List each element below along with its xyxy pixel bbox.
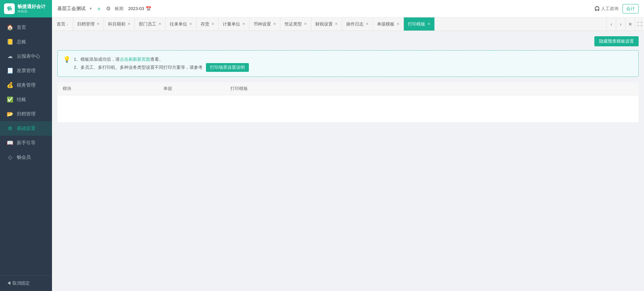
kuaiji-button[interactable]: 会计 [623, 4, 639, 13]
tab-expand[interactable]: ⛶ [635, 17, 644, 31]
logo-sub: 体验版 [17, 9, 46, 14]
tab-voucher-type-label: 凭证类型 [284, 21, 302, 27]
tabbar: 首页 ‹ 归档管理 ✕ 科目期初 ✕ 部门员工 ✕ 往来单位 ✕ 存货 ✕ 计量… [52, 17, 644, 31]
tab-print-template-close[interactable]: ✕ [427, 22, 430, 26]
ledger-icon: 📒 [7, 39, 13, 45]
tab-single-template[interactable]: 单据模板 ✕ [373, 17, 404, 31]
period-value: 2023-03 [128, 6, 144, 11]
tab-inventory-label: 存货 [201, 21, 209, 27]
info-line1: 1、模板添加成功后，请点击刷新新页面查看。 [74, 55, 249, 63]
table-header: 模块 单据 打印模板 [57, 82, 639, 95]
tab-dept-close[interactable]: ✕ [158, 22, 161, 26]
tab-operation-log-close[interactable]: ✕ [366, 22, 369, 26]
kuaiji-label: 会计 [626, 6, 635, 11]
tab-print-template-label: 打印模板 [408, 21, 425, 27]
hide-preview-button[interactable]: 隐藏预查模板设置 [594, 36, 639, 46]
tab-unit[interactable]: 计量单位 ✕ [219, 17, 250, 31]
company-name: 基层工会测试 [57, 6, 86, 12]
unpin-button[interactable]: ◀ 取消固定 [0, 275, 52, 291]
sidebar-item-invoice[interactable]: 🧾 发票管理 [0, 63, 52, 78]
add-tab-button[interactable]: ＋ [96, 5, 102, 13]
archive-icon: 📂 [7, 111, 13, 117]
tab-close-all[interactable]: ✕ [625, 17, 635, 31]
period-display: 账期 2023-03 📅 [115, 6, 151, 12]
data-table: 模块 单据 打印模板 [57, 82, 639, 122]
tab-tax-settings[interactable]: 财税设置 ✕ [311, 17, 342, 31]
tab-voucher-type[interactable]: 凭证类型 ✕ [280, 17, 311, 31]
topbar: 基层工会测试 ▾ ＋ ⚙ 账期 2023-03 📅 🎧 人工咨询 会计 [52, 0, 644, 17]
col-document: 单据 [163, 86, 230, 92]
tab-single-template-close[interactable]: ✕ [396, 22, 399, 26]
member-icon: ◇ [7, 154, 13, 160]
sidebar-item-guide[interactable]: 📖 新手引导 [0, 136, 52, 150]
main-area: 基层工会测试 ▾ ＋ ⚙ 账期 2023-03 📅 🎧 人工咨询 会计 首页 ‹… [52, 0, 644, 291]
tab-scroll-right[interactable]: › [616, 17, 625, 31]
tab-partner-label: 往来单位 [170, 21, 187, 27]
basic-icon: ⚙ [7, 125, 13, 132]
tab-archive[interactable]: 归档管理 ✕ [73, 17, 104, 31]
sidebar-item-label: 总账 [17, 39, 26, 45]
print-scene-button[interactable]: 打印场景设置说明 [206, 63, 249, 72]
tab-unit-close[interactable]: ✕ [242, 22, 245, 26]
tab-partner-close[interactable]: ✕ [189, 22, 192, 26]
sidebar-item-settlement[interactable]: ✅ 结账 [0, 92, 52, 107]
tab-tax-settings-close[interactable]: ✕ [335, 22, 338, 26]
sidebar-item-basic[interactable]: ⚙ 基础设置 [0, 121, 52, 136]
info-line1-prefix: 1、模板添加成功后，请 [74, 57, 120, 62]
service-button[interactable]: 🎧 人工咨询 [594, 6, 619, 12]
tab-print-template[interactable]: 打印模板 ✕ [404, 17, 435, 31]
sidebar-item-label: 首页 [17, 25, 26, 31]
sidebar: 畅 畅捷通好会计 体验版 🏠 首页 📒 总账 ☁ 云报表中心 🧾 发票管理 💰 … [0, 0, 52, 291]
tab-dept[interactable]: 部门员工 ✕ [135, 17, 166, 31]
sidebar-item-member[interactable]: ◇ 畅会员 [0, 150, 52, 164]
info-box: 💡 1、模板添加成功后，请点击刷新新页面查看。 2、多员工、多打印机、多种业务类… [57, 50, 639, 77]
sidebar-item-label: 云报表中心 [17, 53, 40, 59]
calendar-icon[interactable]: 📅 [146, 6, 151, 11]
sidebar-item-ledger[interactable]: 📒 总账 [0, 35, 52, 49]
period-label: 账期 [115, 6, 123, 12]
tab-inventory[interactable]: 存货 ✕ [197, 17, 219, 31]
tab-home[interactable]: 首页 ‹ [52, 17, 73, 31]
info-line1-suffix: 查看。 [150, 57, 163, 62]
tab-currency-close[interactable]: ✕ [273, 22, 276, 26]
refresh-link[interactable]: 点击刷新新页面 [120, 57, 150, 62]
tabbar-arrows: ‹ › ✕ ⛶ [606, 17, 644, 31]
tab-single-template-label: 单据模板 [377, 21, 394, 27]
company-dropdown-icon[interactable]: ▾ [90, 6, 92, 11]
sidebar-item-reports[interactable]: ☁ 云报表中心 [0, 49, 52, 63]
sidebar-item-archive[interactable]: 📂 归档管理 [0, 107, 52, 121]
info-line2: 2、多员工、多打印机、多种业务类型设置不同打印方案等，请参考 打印场景设置说明 [74, 63, 249, 72]
headset-icon: 🎧 [594, 6, 600, 11]
content-area: 隐藏预查模板设置 💡 1、模板添加成功后，请点击刷新新页面查看。 2、多员工、多… [52, 31, 644, 291]
tab-currency-label: 币种设置 [254, 21, 271, 27]
tab-voucher-type-close[interactable]: ✕ [304, 22, 307, 26]
tab-home-label: 首页 [57, 21, 65, 27]
tab-operation-log[interactable]: 操作日志 ✕ [342, 17, 373, 31]
service-label: 人工咨询 [601, 6, 619, 12]
tab-scroll-left[interactable]: ‹ [606, 17, 616, 31]
settings-icon[interactable]: ⚙ [106, 5, 111, 12]
tab-inventory-close[interactable]: ✕ [211, 22, 214, 26]
sidebar-item-home[interactable]: 🏠 首页 [0, 20, 52, 35]
col-module: 模块 [63, 86, 163, 92]
lamp-icon: 💡 [63, 56, 70, 63]
tab-operation-log-label: 操作日志 [346, 21, 364, 27]
tab-subject-label: 科目期初 [108, 21, 125, 27]
sidebar-item-tax[interactable]: 💰 税务管理 [0, 78, 52, 92]
tab-currency[interactable]: 币种设置 ✕ [250, 17, 280, 31]
info-line2-text: 2、多员工、多打印机、多种业务类型设置不同打印方案等，请参考 [74, 65, 203, 70]
tab-partner[interactable]: 往来单位 ✕ [166, 17, 197, 31]
tab-tax-settings-label: 财税设置 [315, 21, 333, 27]
info-box-content: 1、模板添加成功后，请点击刷新新页面查看。 2、多员工、多打印机、多种业务类型设… [74, 55, 249, 72]
sidebar-logo: 畅 畅捷通好会计 体验版 [0, 0, 52, 17]
table-body [57, 95, 639, 122]
tab-subject-close[interactable]: ✕ [127, 22, 130, 26]
unpin-label: ◀ 取消固定 [7, 280, 30, 286]
tab-archive-close[interactable]: ✕ [97, 22, 100, 26]
logo-icon: 畅 [4, 3, 15, 14]
hide-preview-container: 隐藏预查模板设置 [57, 36, 639, 46]
tax-icon: 💰 [7, 82, 13, 88]
sidebar-item-label: 税务管理 [17, 82, 36, 88]
tab-subject[interactable]: 科目期初 ✕ [104, 17, 135, 31]
tab-home-arrow-icon: ‹ [67, 22, 68, 26]
